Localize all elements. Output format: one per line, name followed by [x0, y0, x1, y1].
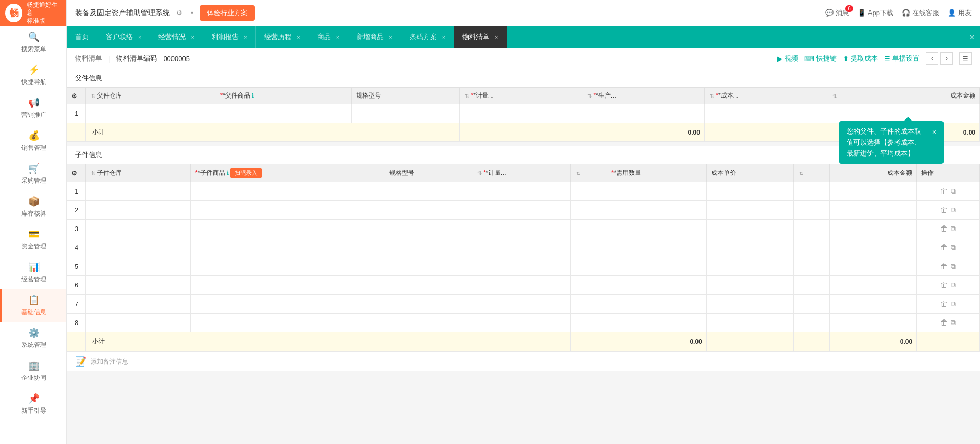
- parent-row-1-extra[interactable]: [827, 104, 872, 123]
- tab-customer[interactable]: 客户联络 ×: [97, 26, 150, 48]
- child-row-1-unit-cost[interactable]: [706, 182, 793, 201]
- parent-col-amount: 成本金额: [872, 88, 979, 104]
- tooltip-close[interactable]: ×: [932, 126, 936, 138]
- action-extract-cost[interactable]: ⬆ 提取成本: [843, 54, 878, 63]
- parent-row-1-warehouse[interactable]: [86, 104, 216, 123]
- gear-icon[interactable]: ⚙: [176, 9, 182, 17]
- parent-col-production: ⇅ **生产...: [582, 88, 705, 104]
- child-row-4-actions: 🗑⧉: [917, 238, 980, 257]
- child-row-3-actions: 🗑⧉: [917, 220, 980, 238]
- sidebar-item-basic[interactable]: 📋 基础信息: [0, 289, 66, 322]
- copy-icon-1[interactable]: ⧉: [951, 187, 956, 196]
- parent-row-1-spec[interactable]: [352, 104, 460, 123]
- sidebar-item-enterprise[interactable]: 🏢 企业协同: [0, 355, 66, 388]
- copy-icon-6[interactable]: ⧉: [951, 281, 956, 290]
- tab-goods-close[interactable]: ×: [336, 34, 339, 40]
- sidebar-item-system[interactable]: ⚙️ 系统管理: [0, 322, 66, 355]
- sidebar-item-guide[interactable]: 📌 新手引导: [0, 388, 66, 421]
- action-shortcut[interactable]: ⌨ 快捷键: [804, 54, 837, 63]
- note-label[interactable]: 添加备注信息: [91, 357, 128, 366]
- grid-view-icon[interactable]: ☰: [959, 52, 972, 65]
- sidebar-item-search[interactable]: 🔍 搜索菜单: [0, 26, 66, 59]
- child-row-1-extra[interactable]: [571, 182, 607, 201]
- copy-icon-2[interactable]: ⧉: [951, 206, 956, 214]
- scan-button[interactable]: 扫码录入: [230, 168, 262, 178]
- finance-icon: 💳: [28, 229, 40, 240]
- parent-row-1-cost[interactable]: [704, 104, 827, 123]
- user-area[interactable]: 👤 用友: [948, 8, 972, 18]
- tab-goods[interactable]: 商品 ×: [309, 26, 348, 48]
- tab-profit-close[interactable]: ×: [244, 34, 247, 40]
- tab-barcode[interactable]: 条码方案 ×: [401, 26, 454, 48]
- child-row-1-qty[interactable]: [607, 182, 706, 201]
- delete-icon-5[interactable]: 🗑: [940, 262, 948, 271]
- sidebar-item-operations[interactable]: 📊 经营管理: [0, 256, 66, 289]
- child-row-3: 3 🗑⧉: [67, 220, 980, 238]
- parent-row-1-num: 1: [67, 104, 86, 123]
- sidebar-item-inventory[interactable]: 📦 库存核算: [0, 190, 66, 223]
- copy-icon-7[interactable]: ⧉: [951, 299, 956, 308]
- header-right: 💬 消息 6 📱 App下载 🎧 在线客服 👤 用友: [825, 8, 972, 18]
- delete-icon-4[interactable]: 🗑: [940, 243, 948, 252]
- child-row-8: 8 🗑⧉: [67, 314, 980, 332]
- sidebar-item-purchase[interactable]: 🛒 采购管理: [0, 158, 66, 190]
- app-download[interactable]: 📱 App下载: [858, 8, 893, 18]
- parent-row-1-unit[interactable]: [460, 104, 582, 123]
- breadcrumb-1[interactable]: 物料清单: [75, 54, 102, 63]
- tab-bom-close[interactable]: ×: [495, 34, 498, 40]
- sidebar-item-quicknav[interactable]: ⚡ 快捷导航: [0, 59, 66, 92]
- action-single-settings[interactable]: ☰ 单据设置: [884, 54, 920, 63]
- sidebar-item-finance[interactable]: 💳 资金管理: [0, 223, 66, 256]
- parent-col-settings[interactable]: ⚙: [67, 88, 86, 104]
- child-row-5: 5 🗑⧉: [67, 257, 980, 276]
- prev-arrow[interactable]: ‹: [926, 52, 938, 65]
- delete-icon-6[interactable]: 🗑: [940, 281, 948, 290]
- delete-icon-7[interactable]: 🗑: [940, 299, 948, 308]
- child-row-1-extra2[interactable]: [793, 182, 829, 201]
- parent-col-cost: ⇅ **成本...: [704, 88, 827, 104]
- copy-icon-3[interactable]: ⧉: [951, 224, 956, 233]
- delete-icon-2[interactable]: 🗑: [940, 206, 948, 214]
- tab-new-goods[interactable]: 新增商品 ×: [348, 26, 401, 48]
- online-service[interactable]: 🎧 在线客服: [902, 8, 939, 18]
- child-row-1-unit[interactable]: [472, 182, 571, 201]
- next-arrow[interactable]: ›: [940, 52, 953, 65]
- copy-icon-4[interactable]: ⧉: [951, 243, 956, 252]
- parent-subtotal-spacer3: [704, 123, 827, 142]
- dropdown-arrow[interactable]: ▾: [191, 10, 193, 16]
- tab-operations[interactable]: 经营情况 ×: [150, 26, 203, 48]
- purchase-icon: 🛒: [28, 163, 40, 174]
- system-icon: ⚙️: [28, 327, 40, 339]
- tab-history-close[interactable]: ×: [297, 34, 300, 40]
- child-row-5-actions: 🗑⧉: [917, 257, 980, 276]
- child-row-1-spec[interactable]: [385, 182, 472, 201]
- tab-home[interactable]: 首页: [67, 26, 97, 48]
- action-view[interactable]: ▶ 视频: [777, 54, 798, 63]
- parent-row-1-goods[interactable]: [216, 104, 351, 123]
- tab-profit[interactable]: 利润报告 ×: [203, 26, 256, 48]
- child-row-1-goods[interactable]: [191, 182, 385, 201]
- close-button[interactable]: ✕: [964, 33, 980, 41]
- delete-icon-1[interactable]: 🗑: [940, 187, 948, 196]
- tab-history[interactable]: 经营历程 ×: [256, 26, 309, 48]
- copy-icon-8[interactable]: ⧉: [951, 318, 956, 327]
- child-row-7: 7 🗑⧉: [67, 295, 980, 314]
- copy-icon-5[interactable]: ⧉: [951, 262, 956, 271]
- child-row-1-warehouse[interactable]: [86, 182, 191, 201]
- trial-button[interactable]: 体验行业方案: [200, 5, 255, 21]
- tab-operations-close[interactable]: ×: [191, 34, 194, 40]
- delete-icon-8[interactable]: 🗑: [940, 318, 948, 327]
- sidebar-item-sales[interactable]: 💰 销售管理: [0, 125, 66, 158]
- child-col-settings[interactable]: ⚙: [67, 164, 86, 182]
- sidebar-item-marketing[interactable]: 📢 营销推广: [0, 92, 66, 125]
- parent-row-1-production[interactable]: [582, 104, 705, 123]
- guide-icon: 📌: [28, 393, 40, 404]
- tab-customer-close[interactable]: ×: [138, 34, 141, 40]
- child-row-2: 2 🗑⧉: [67, 201, 980, 220]
- tab-new-goods-close[interactable]: ×: [389, 34, 392, 40]
- message-area[interactable]: 💬 消息 6: [825, 8, 849, 18]
- parent-col-extra: ⇅: [827, 88, 872, 104]
- tab-bom[interactable]: 物料清单 ×: [454, 26, 507, 48]
- tab-barcode-close[interactable]: ×: [442, 34, 445, 40]
- delete-icon-3[interactable]: 🗑: [940, 224, 948, 233]
